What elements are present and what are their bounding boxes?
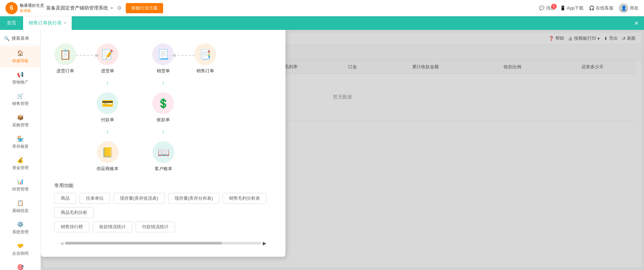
message-icon: 💬 (539, 5, 544, 11)
flow-col-payment: 💳 付款单 (97, 92, 118, 123)
func-btn-payment-stat[interactable]: 付款情况统计 (136, 221, 175, 232)
sidebar-search[interactable]: 🔍 搜索菜单 (0, 33, 40, 44)
settings-button[interactable]: ⚙ (116, 3, 123, 13)
service-label: 在线客服 (596, 5, 613, 11)
sidebar-item-operation[interactable]: 📊 经营管理 (0, 174, 40, 196)
inventory-label: 库存核算 (12, 144, 29, 149)
payment-icon: 💳 (102, 98, 114, 109)
func-btn-sales-profit[interactable]: 销售毛利分析表 (223, 193, 266, 204)
customer-ledger-circle[interactable]: 📖 (153, 141, 174, 163)
logo-area: 6 畅康通好生意 标准版 (5, 2, 46, 14)
basic-icon: 📋 (17, 199, 24, 206)
try-industry-button[interactable]: 体验行业方案 (126, 3, 163, 13)
app-download-item[interactable]: 📱 App下载 (560, 5, 584, 11)
func-btn-stock-status[interactable]: 现存量(库存状况表) (114, 193, 165, 204)
purchase-bill-circle[interactable]: 📝 (97, 43, 118, 65)
down-arrow-payment: ↓ (97, 128, 118, 134)
main-layout: 🔍 搜索菜单 🏠 快捷导航 📢 营销推广 🛒 销售管理 📦 采购管理 🏪 库存核… (0, 30, 644, 270)
supplier-ledger-label: 供应商账本 (97, 166, 119, 172)
app-download-label: App下载 (567, 5, 584, 11)
inventory-icon: 🏪 (17, 135, 24, 142)
system-icon: ⚙️ (17, 220, 24, 228)
purchase-label: 采购管理 (12, 122, 29, 128)
guide-icon: 🎯 (17, 263, 24, 270)
sales-label: 销售管理 (12, 101, 29, 107)
func-btn-stock-dist[interactable]: 现存量(库存分布表) (168, 193, 220, 204)
scrollbar-thumb[interactable] (65, 242, 222, 245)
flow-row-2: 💳 付款单 💲 收款单 (54, 90, 272, 126)
tab-active[interactable]: 销售订单执行表 × (23, 16, 72, 30)
sidebar: 🔍 搜索菜单 🏠 快捷导航 📢 营销推广 🛒 销售管理 📦 采购管理 🏪 库存核… (0, 30, 41, 270)
func-btn-sales-rank[interactable]: 销售排行榜 (54, 221, 89, 232)
sale-bill-circle[interactable]: 📃 (152, 43, 174, 65)
flow-row-arrows-2: ↓ ↓ (54, 126, 272, 137)
system-label: 系统管理 (12, 229, 29, 235)
purchase-icon: 📦 (17, 113, 24, 121)
sidebar-item-inventory[interactable]: 🏪 库存核算 (0, 131, 40, 153)
finance-icon: 💰 (17, 156, 24, 164)
logo-text: 畅康通好生意 标准版 (20, 3, 44, 13)
func-btn-counterpart[interactable]: 往来单位 (80, 193, 110, 204)
sidebar-item-marketing[interactable]: 📢 营销推广 (0, 67, 40, 89)
customer-ledger-label: 客户账本 (155, 166, 172, 172)
flow-col-sale-order: 📑 销售订单 (194, 43, 216, 74)
app-icon: 📱 (560, 5, 565, 11)
purchase-bill-label: 进货单 (101, 68, 114, 74)
flow-col-customer-ledger: 📖 客户账本 (153, 141, 174, 172)
message-item[interactable]: 💬 6 消息 (539, 5, 555, 11)
sidebar-item-purchase[interactable]: 📦 采购管理 (0, 110, 40, 131)
flow-col-receipt: 💲 收款单 (152, 92, 174, 123)
service-icon: 🎧 (589, 5, 594, 11)
supplier-ledger-circle[interactable]: 📒 (97, 141, 119, 163)
sale-order-circle[interactable]: 📑 (194, 43, 216, 65)
system-name: 装备及固定资产辅助管理系统 (46, 5, 108, 11)
online-service-item[interactable]: 🎧 在线客服 (589, 5, 613, 11)
supplier-ledger-icon: 📒 (102, 147, 114, 158)
sidebar-item-enterprise[interactable]: 🤝 企业协同 (0, 238, 40, 260)
sale-order-label: 销售订单 (196, 68, 214, 74)
avatar: 👤 (619, 3, 628, 13)
sidebar-item-finance[interactable]: 💰 资金管理 (0, 153, 40, 174)
content-area: ❓ 帮助 🖨 按模板打印 ▾ ⬆ 导出 ↺ 刷新 (41, 30, 644, 270)
sidebar-item-guide[interactable]: 🎯 新手引导 (0, 260, 40, 270)
user-label: 用友 (630, 5, 639, 11)
scrollbar-track[interactable] (65, 242, 261, 245)
system-title-area: 装备及固定资产辅助管理系统 ▾ ⚙ 体验行业方案 (46, 3, 539, 13)
sidebar-item-sales[interactable]: 🛒 销售管理 (0, 89, 40, 110)
user-avatar-area[interactable]: 👤 用友 (619, 3, 639, 13)
scroll-left-arrow[interactable]: ◀ (60, 240, 64, 246)
payment-label: 付款单 (101, 117, 114, 123)
scroll-right-arrow[interactable]: ▶ (263, 240, 266, 246)
purchase-order-circle[interactable]: 📋 (54, 43, 76, 65)
search-label: 搜索菜单 (12, 35, 29, 41)
purchase-order-label: 进货订单 (56, 68, 74, 74)
sale-order-icon: 📑 (199, 49, 211, 60)
message-badge: 6 (551, 4, 557, 9)
func-btn-receipt-stat[interactable]: 收款情况统计 (93, 221, 132, 232)
tab-close-icon[interactable]: × (64, 21, 66, 25)
active-tab-label: 销售订单执行表 (29, 20, 62, 26)
flow-col-supplier-ledger: 📒 供应商账本 (97, 141, 119, 172)
flow-diagram: 📋 进货订单 ▶ 📝 进货 (54, 41, 272, 175)
finance-label: 资金管理 (12, 165, 29, 171)
func-btn-goods[interactable]: 商品 (54, 193, 76, 204)
sidebar-item-quick-nav[interactable]: 🏠 快捷导航 (0, 46, 40, 67)
flow-col-purchase-bill: 📝 进货单 (97, 43, 118, 74)
arrow-1: ▶ (76, 55, 97, 56)
flow-row-1: 📋 进货订单 ▶ 📝 进货 (54, 41, 272, 77)
quick-nav-popup: 📋 进货订单 ▶ 📝 进货 (41, 30, 285, 257)
receipt-icon: 💲 (157, 98, 169, 109)
func-btn-goods-profit[interactable]: 商品毛利分析 (54, 207, 94, 218)
payment-circle[interactable]: 💳 (97, 92, 118, 114)
sidebar-item-system[interactable]: ⚙️ 系统管理 (0, 217, 40, 238)
app-header: 6 畅康通好生意 标准版 装备及固定资产辅助管理系统 ▾ ⚙ 体验行业方案 💬 … (0, 0, 644, 16)
tab-home[interactable]: 首页 (0, 16, 23, 30)
tab-close-right-button[interactable]: ✕ (629, 20, 644, 26)
operation-icon: 📊 (17, 178, 24, 185)
sidebar-item-basic[interactable]: 📋 基础信息 (0, 196, 40, 217)
purchase-bill-icon: 📝 (102, 49, 114, 60)
receipt-circle[interactable]: 💲 (152, 92, 174, 114)
flow-col-purchase-order: 📋 进货订单 (54, 43, 76, 74)
system-dropdown-arrow[interactable]: ▾ (111, 6, 113, 11)
basic-label: 基础信息 (12, 208, 29, 214)
